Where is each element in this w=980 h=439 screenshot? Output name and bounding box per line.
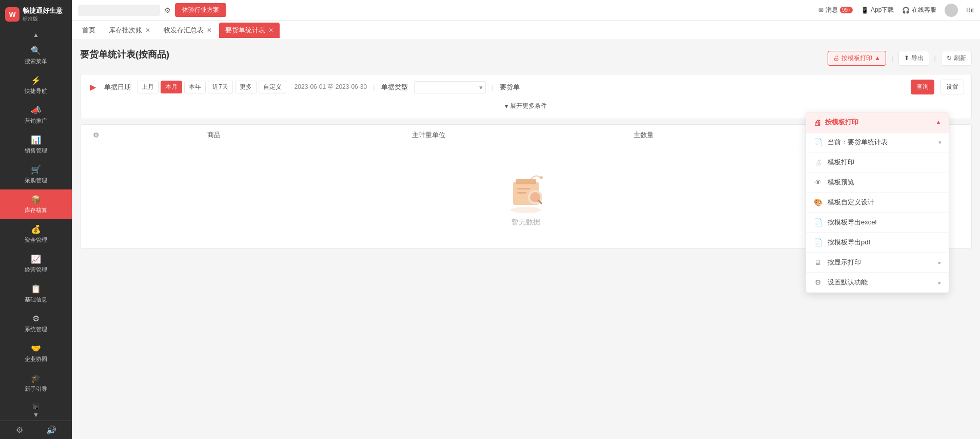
content-header: 要货单统计表(按商品) 🖨 按模板打印 ▲ | ⬆ 导出 | ↻ 刷新 (80, 48, 972, 68)
table-gear-col: ⚙ (86, 131, 106, 139)
expand-toggle-btn[interactable]: ▶ (88, 82, 98, 92)
finance-icon: 💰 (31, 224, 41, 234)
table-gear-icon[interactable]: ⚙ (93, 131, 100, 139)
sidebar-item-basic[interactable]: 📋基础信息 (0, 279, 72, 309)
dropdown-item-print-icon: 🖨 (813, 158, 822, 166)
tab-close-order-stats[interactable]: ✕ (268, 27, 273, 34)
dropdown-item-template-preview[interactable]: 👁 模板预览 (806, 173, 949, 193)
toolbar-divider-1: | (891, 54, 893, 62)
date-btn-3[interactable]: 近7天 (208, 81, 233, 93)
svg-rect-6 (517, 188, 530, 189)
trial-btn[interactable]: 体验行业方案 (175, 3, 226, 17)
expand-more-label: 展开更多条件 (510, 102, 547, 110)
sidebar-scroll-up[interactable]: ▲ (0, 29, 72, 41)
tab-close-inventory-batch[interactable]: ✕ (145, 27, 150, 34)
toolbar-right: 🖨 按模板打印 ▲ | ⬆ 导出 | ↻ 刷新 (828, 51, 972, 66)
sidebar-item-appstore[interactable]: 📱应用中心 (0, 398, 72, 409)
logo-main-text: 畅捷通好生意 (23, 6, 63, 15)
sidebar-scroll-down[interactable]: ▼ (0, 409, 72, 421)
dropdown-section-default-fn[interactable]: ⚙ 设置默认功能 ▸ (806, 273, 949, 293)
inventory-icon: 📦 (31, 195, 41, 204)
tab-home[interactable]: 首页 (76, 23, 102, 38)
dropdown-menu: 🖨 按模板打印 ▲ 📄 当前：要货单统计表 ▾ 🖨 模板打印 👁 模板预览 (806, 112, 949, 293)
sidebar-item-shortcut[interactable]: ⚡快捷导航 (0, 70, 72, 100)
settings-btn[interactable]: 设置 (940, 80, 964, 94)
print-template-btn[interactable]: 🖨 按模板打印 ▲ (828, 51, 886, 66)
date-filter-label: 单据日期 (104, 83, 131, 92)
dropdown-close-chevron[interactable]: ▲ (935, 119, 942, 126)
date-btn-1[interactable]: 本月 (161, 81, 182, 93)
sidebar-item-operation[interactable]: 📈经营管理 (0, 249, 72, 279)
user-avatar[interactable] (945, 4, 958, 17)
dropdown-item-export-pdf[interactable]: 📄 按模板导出pdf (806, 233, 949, 253)
col-qty: 主数量 (536, 130, 751, 140)
date-btn-2[interactable]: 本年 (184, 81, 206, 93)
topbar: ⚙ 体验行业方案 ✉ 消息 99+ 📱 App下载 🎧 在线客服 Rit (72, 0, 980, 21)
query-btn[interactable]: 查询 (911, 80, 934, 94)
col-unit: 主计量单位 (321, 130, 536, 140)
messages-item[interactable]: ✉ 消息 99+ (818, 6, 853, 14)
date-btn-4[interactable]: 更多 (235, 81, 257, 93)
collab-icon: 🤝 (31, 343, 41, 353)
filter-row-1: ▶ 单据日期 上月本月本年近7天更多自定义 2023-06-01 至 2023-… (88, 80, 964, 94)
sidebar-item-sales[interactable]: 📊销售管理 (0, 130, 72, 160)
dropdown-item-export-excel[interactable]: 📄 按模板导出excel (806, 213, 949, 233)
order-type-select[interactable] (414, 81, 486, 93)
refresh-icon: ↻ (947, 54, 952, 62)
dropdown-header: 🖨 按模板打印 ▲ (806, 112, 949, 132)
online-service-item[interactable]: 🎧 在线客服 (902, 6, 936, 14)
sidebar-item-collab[interactable]: 🤝企业协同 (0, 338, 72, 368)
guide-icon: 🎓 (31, 373, 41, 383)
expand-more-btn[interactable]: ▾ 展开更多条件 (498, 99, 554, 113)
page-title: 要货单统计表(按商品) (80, 48, 169, 61)
chevron-down-icon: ▾ (505, 103, 508, 110)
printer-icon: 🖨 (833, 54, 839, 62)
dropdown-section-display-print[interactable]: 🖥 按显示打印 ▸ (806, 253, 949, 273)
empty-text: 暂无数据 (512, 218, 540, 227)
svg-rect-2 (516, 179, 536, 184)
date-range: 2023-06-01 至 2023-06-30 (295, 83, 367, 91)
topbar-gear-icon[interactable]: ⚙ (164, 6, 171, 14)
app-download-label: App下载 (871, 6, 894, 14)
settings-bottom-btn[interactable]: ⚙ (16, 425, 23, 435)
sidebar-item-guide[interactable]: 🎓新手引导 (0, 368, 72, 398)
dropdown-item-template-print[interactable]: 🖨 模板打印 (806, 152, 949, 173)
operation-icon: 📈 (31, 254, 41, 264)
date-btn-0[interactable]: 上月 (137, 81, 159, 93)
messages-badge: 99+ (840, 7, 853, 13)
refresh-label: 刷新 (954, 54, 966, 63)
export-btn[interactable]: ⬆ 导出 (898, 51, 929, 66)
export-icon: ⬆ (904, 54, 909, 62)
main-area: ⚙ 体验行业方案 ✉ 消息 99+ 📱 App下载 🎧 在线客服 Rit 首页库… (72, 0, 980, 439)
date-btn-5[interactable]: 自定义 (259, 81, 286, 93)
dropdown-default-icon: ⚙ (813, 278, 822, 287)
dropdown-default-chevron: ▸ (938, 279, 942, 286)
sound-btn[interactable]: 🔊 (46, 425, 56, 435)
tab-label-receipt-summary: 收发存汇总表 (164, 26, 204, 35)
app-download-item[interactable]: 📱 App下载 (861, 6, 894, 14)
sidebar-item-marketing[interactable]: 📣营销推广 (0, 100, 72, 130)
topbar-left: ⚙ 体验行业方案 (78, 3, 226, 17)
dropdown-item-pdf-label: 按模板导出pdf (828, 238, 942, 247)
sidebar-item-search[interactable]: 🔍搜索菜单 (0, 41, 72, 70)
dropdown-section-default-left: ⚙ 设置默认功能 (813, 278, 868, 287)
sidebar-item-finance[interactable]: 💰资金管理 (0, 219, 72, 249)
svg-rect-7 (517, 192, 526, 194)
sidebar-item-system[interactable]: ⚙系统管理 (0, 309, 72, 338)
dropdown-current-left: 📄 当前：要货单统计表 (813, 138, 888, 147)
dropdown-item-template-custom[interactable]: 🎨 模板自定义设计 (806, 193, 949, 213)
dropdown-current-template[interactable]: 📄 当前：要货单统计表 ▾ (806, 132, 949, 152)
sidebar-item-purchase[interactable]: 🛒采购管理 (0, 160, 72, 189)
sidebar-item-inventory[interactable]: 📦库存核算 (0, 189, 72, 219)
tab-receipt-summary[interactable]: 收发存汇总表✕ (158, 23, 218, 38)
expand-more-container: ▾ 展开更多条件 (88, 94, 964, 113)
refresh-btn[interactable]: ↻ 刷新 (941, 51, 972, 66)
logo-text: 畅捷通好生意 标准版 (23, 6, 63, 23)
tab-order-stats[interactable]: 要货单统计表✕ (219, 23, 280, 38)
tab-close-receipt-summary[interactable]: ✕ (207, 27, 212, 34)
col-goods: 商品 (106, 130, 321, 140)
tab-inventory-batch[interactable]: 库存批次账✕ (103, 23, 156, 38)
logo: W 畅捷通好生意 标准版 (0, 0, 72, 29)
topbar-search-input[interactable] (78, 5, 160, 16)
tab-label-home: 首页 (82, 26, 95, 35)
